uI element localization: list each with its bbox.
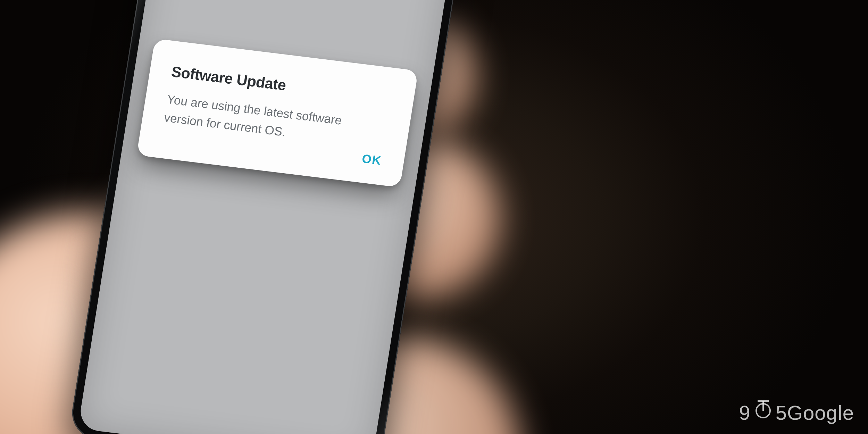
photo-scene: Software Update You are using the latest… xyxy=(0,0,868,434)
watermark-to-icon xyxy=(753,399,774,420)
to-glyph-icon xyxy=(753,399,774,420)
ok-button[interactable]: OK xyxy=(361,151,383,167)
watermark-9to5google: 9 5Google xyxy=(739,399,854,424)
watermark-right: 5Google xyxy=(776,401,854,424)
watermark-left: 9 xyxy=(739,401,750,424)
software-update-dialog: Software Update You are using the latest… xyxy=(136,39,418,187)
